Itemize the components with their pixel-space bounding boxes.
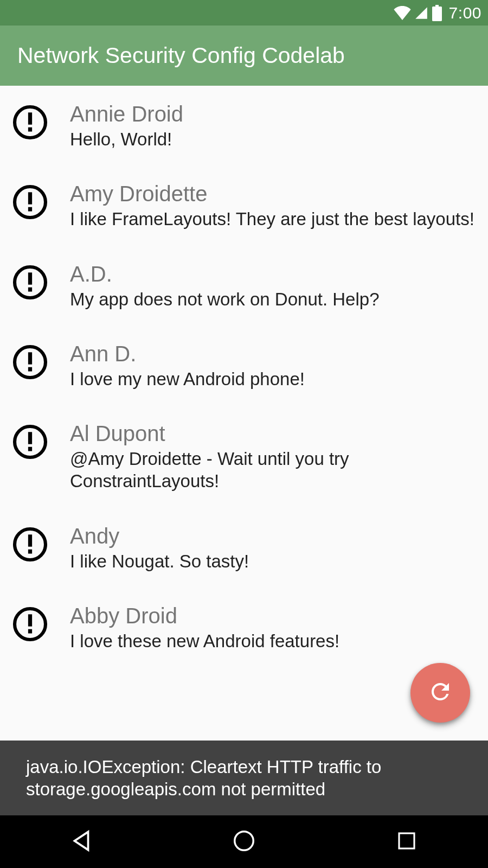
app-bar: Network Security Config Codelab [0,25,488,86]
svg-point-21 [235,831,254,850]
item-message: My app does not work on Donut. Help? [70,288,476,310]
item-content: A.D. My app does not work on Donut. Help… [70,261,476,310]
post-list[interactable]: Annie Droid Hello, World! Amy Droidette … [0,86,488,741]
item-author: A.D. [70,261,476,287]
recent-apps-button[interactable] [363,827,450,857]
item-message: I like Nougat. So tasty! [70,550,476,572]
svg-rect-11 [28,367,32,371]
item-author: Amy Droidette [70,181,476,207]
app-title: Network Security Config Codelab [17,43,345,68]
svg-rect-8 [28,287,32,291]
item-content: Andy I like Nougat. So tasty! [70,523,476,572]
list-item[interactable]: Annie Droid Hello, World! [0,86,488,165]
error-icon [12,264,48,301]
error-icon [12,424,48,460]
back-button[interactable] [38,827,125,857]
item-message: @Amy Droidette - Wait until you try Cons… [70,448,476,493]
list-item[interactable]: Amy Droidette I like FrameLayouts! They … [0,165,488,245]
item-message: I like FrameLayouts! They are just the b… [70,208,476,230]
svg-rect-17 [28,549,32,553]
svg-rect-13 [28,432,32,444]
svg-rect-14 [28,447,32,451]
item-content: Ann D. I love my new Android phone! [70,341,476,390]
svg-rect-7 [28,272,32,284]
status-time: 7:00 [449,4,481,22]
item-author: Ann D. [70,341,476,367]
svg-rect-22 [399,833,414,848]
list-item[interactable]: Ann D. I love my new Android phone! [0,326,488,405]
svg-rect-19 [28,614,32,626]
navigation-bar [0,815,488,868]
svg-rect-20 [28,629,32,633]
item-author: Andy [70,523,476,549]
error-icon [12,606,48,642]
home-button[interactable] [201,827,287,857]
error-icon [12,184,48,220]
wifi-icon [394,6,411,20]
svg-rect-10 [28,352,32,364]
cellular-signal-icon [413,6,429,20]
battery-icon [432,5,442,21]
list-item[interactable]: Al Dupont @Amy Droidette - Wait until yo… [0,405,488,508]
item-content: Abby Droid I love these new Android feat… [70,603,476,652]
status-bar: 7:00 [0,0,488,25]
item-message: Hello, World! [70,128,476,150]
item-author: Al Dupont [70,420,476,446]
svg-rect-16 [28,534,32,546]
item-content: Amy Droidette I like FrameLayouts! They … [70,181,476,230]
svg-rect-5 [28,207,32,212]
list-item[interactable]: Abby Droid I love these new Android feat… [0,588,488,667]
refresh-icon [427,679,453,707]
svg-rect-4 [28,193,32,205]
error-icon [12,104,48,141]
back-icon [68,827,95,857]
list-item[interactable]: A.D. My app does not work on Donut. Help… [0,246,488,326]
home-icon [232,828,256,856]
item-message: I love these new Android features! [70,630,476,652]
list-item[interactable]: Andy I like Nougat. So tasty! [0,508,488,588]
item-author: Annie Droid [70,101,476,127]
error-icon [12,526,48,563]
item-author: Abby Droid [70,603,476,629]
toast-snackbar: java.io.IOException: Cleartext HTTP traf… [0,741,488,816]
item-content: Al Dupont @Amy Droidette - Wait until yo… [70,420,476,493]
svg-rect-1 [28,112,32,124]
item-message: I love my new Android phone! [70,368,476,390]
refresh-button[interactable] [410,663,470,723]
svg-rect-2 [28,127,32,132]
square-icon [395,829,418,854]
toast-message: java.io.IOException: Cleartext HTTP traf… [26,756,462,801]
error-icon [12,344,48,380]
item-content: Annie Droid Hello, World! [70,101,476,150]
